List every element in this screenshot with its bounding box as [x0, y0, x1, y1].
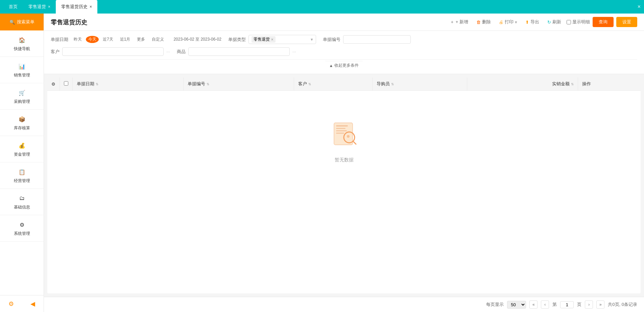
tab-retail-return[interactable]: 零售退货 × — [23, 0, 56, 14]
th-guide: 导购员 ⇅ — [373, 77, 467, 91]
date-btn-yesterday[interactable]: 昨天 — [71, 36, 85, 43]
date-btn-today[interactable]: 今天 — [86, 36, 99, 43]
th-ops-label: 操作 — [582, 81, 591, 86]
type-filter: 单据类型 零售退货 × ▾ — [228, 35, 316, 44]
setting-button[interactable]: 设置 — [616, 17, 637, 27]
last-page-button[interactable]: » — [596, 300, 604, 309]
th-settings[interactable]: ⚙ — [47, 77, 60, 91]
th-customer-label: 客户 — [298, 81, 307, 87]
collapse-arrow-icon: ▲ — [329, 63, 333, 68]
sidebar-item-finance[interactable]: 💰 资金管理 — [0, 136, 44, 162]
data-table: ⚙ 单据日期 ⇅ 单据编号 — [47, 77, 641, 91]
type-select-arrow: ▾ — [311, 37, 313, 42]
sidebar-item-quick-nav[interactable]: 🏠 快捷导航 — [0, 30, 44, 57]
close-all-button[interactable]: × — [638, 4, 641, 10]
date-btn-7days[interactable]: 近7天 — [100, 36, 116, 43]
query-button[interactable]: 查询 — [593, 17, 614, 27]
tab-home-label: 首页 — [9, 4, 18, 10]
export-button[interactable]: ⬆ 导出 — [523, 18, 542, 26]
number-label: 单据编号 — [323, 37, 340, 43]
system-mgmt-icon: ⚙ — [17, 220, 27, 229]
th-number-sort-icon[interactable]: ⇅ — [207, 82, 209, 86]
type-tag-value: 零售退货 — [254, 37, 270, 42]
refresh-button[interactable]: ↻ 刷新 — [545, 18, 564, 26]
customer-dots[interactable]: ··· — [166, 49, 170, 54]
sidebar-search[interactable]: 🔍 搜索菜单 — [0, 14, 44, 30]
show-detail-label: 显示明细 — [572, 19, 590, 25]
type-tag-remove[interactable]: × — [271, 37, 273, 42]
type-label: 单据类型 — [228, 37, 246, 43]
goods-dots[interactable]: ··· — [292, 49, 296, 54]
goods-input[interactable] — [188, 47, 290, 56]
sidebar-item-sales-mgmt[interactable]: 📊 销售管理 — [0, 57, 44, 83]
number-input[interactable] — [343, 35, 411, 44]
tab-retail-return-history-close[interactable]: × — [90, 4, 92, 9]
basic-info-icon: 🗂 — [17, 194, 27, 203]
empty-illustration — [327, 118, 361, 152]
empty-text: 暂无数据 — [335, 157, 354, 163]
pagination-bar: 每页显示 50 10 20 100 « ‹ 第 页 › » 共0页, 0条记录 — [44, 297, 644, 312]
svg-rect-2 — [336, 128, 345, 129]
filter-area: 单据日期 昨天 今天 近7天 近1月 更多 自定义 2023-06-02 至 2… — [44, 31, 644, 74]
tab-retail-return-label: 零售退货 — [28, 4, 46, 10]
tab-retail-return-close[interactable]: × — [48, 4, 50, 9]
new-button[interactable]: ＋ + 新增 — [447, 18, 471, 26]
finance-icon: 💰 — [17, 141, 27, 150]
search-icon: 🔍 — [9, 20, 15, 25]
sidebar-item-operations-label: 经营管理 — [14, 178, 30, 184]
delete-label: 删除 — [482, 19, 491, 25]
first-page-button[interactable]: « — [529, 300, 538, 309]
new-icon: ＋ — [450, 19, 454, 25]
new-label: + 新增 — [456, 19, 468, 25]
next-page-button[interactable]: › — [585, 300, 593, 309]
sidebar-item-finance-label: 资金管理 — [14, 152, 30, 157]
collapse-button[interactable]: ▲ 收起更多条件 — [325, 61, 363, 70]
tab-home[interactable]: 首页 — [3, 0, 23, 14]
print-icon: 🖨 — [499, 20, 503, 25]
date-btn-custom[interactable]: 自定义 — [149, 36, 167, 43]
th-amount-label: 实销金额 — [552, 81, 570, 87]
top-bar: 首页 零售退货 × 零售退货历史 × × — [0, 0, 644, 14]
collapse-sidebar-btn[interactable]: ◀ — [30, 300, 35, 308]
export-icon: ⬆ — [525, 20, 529, 25]
page-size-select[interactable]: 50 10 20 100 — [507, 301, 526, 309]
settings-icon-btn[interactable]: ⚙ — [8, 300, 14, 308]
tab-list: 首页 零售退货 × 零售退货历史 × — [3, 0, 638, 14]
total-label: 共0页, 0条记录 — [608, 302, 637, 308]
prev-page-button[interactable]: ‹ — [541, 300, 549, 309]
th-guide-sort-icon[interactable]: ⇅ — [391, 82, 394, 86]
sidebar-item-basic-info[interactable]: 🗂 基础信息 — [0, 189, 44, 215]
th-ops: 操作 — [578, 77, 641, 91]
th-date-sort-icon[interactable]: ⇅ — [96, 82, 98, 86]
print-button[interactable]: 🖨 打印 ▾ — [496, 18, 520, 26]
select-all-checkbox[interactable] — [64, 81, 68, 86]
date-btn-1month[interactable]: 近1月 — [117, 36, 133, 43]
th-number: 单据编号 ⇅ — [183, 77, 294, 91]
sidebar-item-operations[interactable]: 📋 经营管理 — [0, 162, 44, 189]
date-label: 单据日期 — [51, 37, 68, 43]
sidebar-item-system-mgmt[interactable]: ⚙ 系统管理 — [0, 215, 44, 242]
settings-gear-icon[interactable]: ⚙ — [51, 82, 55, 87]
empty-state: 暂无数据 — [47, 91, 641, 190]
show-detail-checkbox[interactable] — [567, 20, 571, 24]
print-label: 打印 — [505, 19, 514, 25]
th-customer: 客户 ⇅ — [294, 77, 373, 91]
th-customer-sort-icon[interactable]: ⇅ — [308, 82, 311, 86]
sidebar-item-purchase-mgmt[interactable]: 🛒 采购管理 — [0, 83, 44, 110]
show-detail-toggle[interactable]: 显示明细 — [567, 19, 590, 25]
date-filter: 单据日期 昨天 今天 近7天 近1月 更多 自定义 — [51, 36, 167, 43]
page-number-input[interactable] — [560, 301, 574, 308]
th-amount-sort-icon[interactable]: ⇅ — [571, 82, 574, 86]
delete-button[interactable]: 🗑 删除 — [474, 18, 494, 26]
svg-rect-3 — [336, 130, 347, 131]
sidebar-item-inventory[interactable]: 📦 库存核算 — [0, 110, 44, 136]
tab-retail-return-history[interactable]: 零售退货历史 × — [56, 0, 97, 14]
svg-point-7 — [347, 135, 350, 138]
type-select[interactable]: 零售退货 × ▾ — [248, 35, 316, 44]
sidebar-item-sales-label: 销售管理 — [14, 72, 30, 78]
date-btn-more[interactable]: 更多 — [134, 36, 148, 43]
tab-retail-return-history-label: 零售退货历史 — [61, 4, 88, 10]
sidebar-menu: 🏠 快捷导航 📊 销售管理 🛒 采购管理 📦 库存核算 💰 资金管理 📋 — [0, 30, 44, 295]
main-layout: 🔍 搜索菜单 🏠 快捷导航 📊 销售管理 🛒 采购管理 📦 库存核算 💰 — [0, 14, 644, 312]
customer-input[interactable] — [62, 47, 164, 56]
